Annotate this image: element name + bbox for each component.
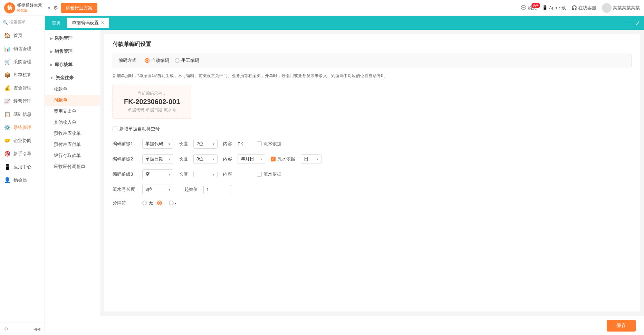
sidebar-item-operations[interactable]: 📈 经营管理: [0, 95, 45, 108]
sidebar-item-system[interactable]: ⚙️ 系统管理: [0, 121, 45, 134]
sidebar-item-appcenter[interactable]: 📱 应用中心: [0, 160, 45, 174]
sidebar-item-basic-info[interactable]: 📋 基础信息: [0, 108, 45, 121]
sub-group-header-capital[interactable]: ▼ 资金往来: [45, 72, 100, 84]
inventory-icon: 📦: [4, 72, 11, 78]
form-row-2: 编码前缀2 单据日期 ▾ 长度 8位 ▾ 内容 年月日 ▾: [113, 154, 632, 164]
appcenter-icon: 📱: [4, 164, 11, 170]
prefix2-select[interactable]: 单据日期 ▾: [142, 154, 173, 164]
prefix1-select[interactable]: 单据代码 ▾: [142, 139, 173, 149]
sales-icon: 📊: [4, 46, 11, 52]
sidebar-settings-icon[interactable]: ⚙: [4, 326, 8, 332]
tab-expand-icon[interactable]: ⤢: [635, 20, 640, 26]
header-right: 💬 消息 99+ 📱 App下载 🎧 在线客服 某某某某某某: [521, 3, 640, 13]
tab-home[interactable]: 首页: [47, 18, 66, 28]
start-value-input[interactable]: 1: [203, 185, 231, 194]
sep-dot2-radio[interactable]: ·: [169, 201, 176, 206]
content-split: ▶ 采购管理 ▶ 销售管理 ▶ 库存核算: [45, 30, 644, 316]
code-preview-value: FK-20230602-001: [124, 98, 180, 106]
prefix3-select[interactable]: 空 ▾: [142, 169, 173, 179]
liushui1-checkbox[interactable]: [257, 141, 262, 146]
header-nav-btns: ▾ ⚙ 体验行业方案: [48, 3, 97, 13]
sub-group-header-inventory[interactable]: ▶ 库存核算: [45, 59, 100, 71]
sidebar-item-guide[interactable]: 🎯 新手引导: [0, 147, 45, 160]
liushui3-check: 流水依据: [257, 171, 281, 177]
liushui3-checkbox[interactable]: [257, 172, 262, 177]
sub-menu-item-receipt[interactable]: 收款单: [45, 84, 100, 95]
header-left: 畅 畅捷通好生意 搭配版 ▾ ⚙ 体验行业方案: [4, 2, 97, 13]
auto-fill-row: 新增单据自动补空号: [113, 126, 632, 132]
tab-minimize-icon[interactable]: —: [627, 20, 633, 26]
online-service-btn[interactable]: 🎧 在线客服: [571, 5, 596, 11]
sidebar-bottom: ⚙ ◀◀: [0, 323, 45, 335]
content1-label: 内容: [223, 141, 232, 147]
sub-group-header-purchase[interactable]: ▶ 采购管理: [45, 32, 100, 44]
serial-length-caret: ▾: [169, 188, 170, 192]
bottom-bar: 保存: [45, 316, 644, 335]
sidebar-item-purchase[interactable]: 🛒 采购管理: [0, 55, 45, 68]
manual-encode-radio[interactable]: 手工编码: [175, 57, 199, 64]
top-header: 畅 畅捷通好生意 搭配版 ▾ ⚙ 体验行业方案 💬 消息 99+ 📱 App下载…: [0, 0, 644, 16]
length2-select[interactable]: 8位 ▾: [193, 154, 218, 164]
sub-menu-item-payment[interactable]: 付款单: [45, 95, 100, 106]
sub-menu-item-prepaid-ar[interactable]: 预收冲应收单: [45, 128, 100, 139]
sidebar-item-member[interactable]: 👤 畅会员: [0, 174, 45, 187]
liushui2-checkbox[interactable]: ✓: [271, 157, 276, 161]
length2-label: 长度: [179, 156, 188, 162]
industry-btn[interactable]: 体验行业方案: [61, 3, 97, 13]
header-settings-btn[interactable]: ⚙: [53, 4, 58, 11]
sub-menu-item-expense[interactable]: 费用支出单: [45, 106, 100, 117]
guide-icon: 🎯: [4, 151, 11, 157]
sep-dot-dot: [157, 201, 162, 205]
serial-length-row: 流水号长度 3位 ▾ 起始值 1: [113, 185, 632, 194]
tab-encode-settings[interactable]: 单据编码设置 ✕: [67, 18, 109, 28]
search-icon: 🔍: [3, 20, 8, 25]
nav-dropdown-btn[interactable]: ▾: [48, 4, 50, 11]
save-button[interactable]: 保存: [607, 320, 636, 332]
message-icon: 💬: [521, 5, 526, 10]
sep-none-radio[interactable]: 无: [142, 200, 153, 206]
arrow-right-icon: ▶: [50, 36, 52, 41]
user-name: 某某某某某某: [613, 5, 640, 11]
sep-dot-radio[interactable]: ·: [157, 201, 165, 206]
length1-label: 长度: [179, 141, 188, 147]
sidebar-item-finance[interactable]: 💰 资金管理: [0, 82, 45, 95]
sub-group-header-sales[interactable]: ▶ 销售管理: [45, 46, 100, 57]
sub-group-capital: ▼ 资金往来 收款单 付款单 费用支出单 其他收入单 预收冲应收单 预付冲应付单…: [45, 72, 100, 172]
search-inner[interactable]: 🔍 搜索菜单: [3, 19, 42, 25]
auto-encode-radio[interactable]: 自动编码: [145, 57, 169, 64]
sub-menu-item-prepaid-ap[interactable]: 预付冲应付单: [45, 139, 100, 150]
serial-length-select[interactable]: 3位 ▾: [142, 185, 173, 194]
sidebar-item-inventory[interactable]: 📦 库存核算: [0, 68, 45, 82]
length1-select[interactable]: 2位 ▾: [193, 139, 218, 149]
code-preview-label: 当前编码示例：: [124, 91, 180, 96]
sidebar-search[interactable]: 🔍 搜索菜单: [0, 16, 45, 29]
sep-radio-group: 无 · ·: [142, 200, 176, 206]
sidebar-item-enterprise[interactable]: 🤝 企业协同: [0, 134, 45, 147]
length2-caret: ▾: [213, 157, 214, 161]
user-avatar-area[interactable]: 某某某某某某: [602, 3, 640, 13]
tab-close-btn[interactable]: ✕: [101, 20, 104, 25]
length3-caret: ▾: [213, 173, 214, 176]
main-panel: 付款单编码设置 编码方式 自动编码 手工编码: [104, 34, 640, 311]
sidebar-item-home[interactable]: 🏠 首页: [0, 29, 45, 42]
sep-none-dot: [142, 201, 147, 205]
sidebar-item-sales[interactable]: 📊 销售管理: [0, 42, 45, 55]
prefix2-caret: ▾: [169, 157, 170, 161]
download-icon: 📱: [542, 5, 548, 10]
length3-select[interactable]: ▾: [193, 171, 218, 178]
manual-encode-dot: [175, 58, 180, 63]
sidebar: 🔍 搜索菜单 🏠 首页 📊 销售管理 🛒 采购管理 📦 库存核算 💰: [0, 16, 45, 335]
messages-btn[interactable]: 💬 消息 99+: [521, 5, 537, 11]
sidebar-collapse-icon[interactable]: ◀◀: [33, 326, 40, 332]
length1-caret: ▾: [213, 142, 214, 146]
sub-menu-item-adjust[interactable]: 应收应付调整单: [45, 161, 100, 172]
auto-fill-checkbox[interactable]: [113, 127, 117, 131]
sub-menu-item-other-income[interactable]: 其他收入单: [45, 117, 100, 128]
encode-mode-label: 编码方式: [118, 57, 136, 64]
content2-select[interactable]: 年月日 ▾: [238, 154, 265, 164]
liushui2-select[interactable]: 日 ▾: [301, 154, 321, 164]
page-title: 付款单编码设置: [113, 41, 632, 48]
app-download-btn[interactable]: 📱 App下载: [542, 5, 566, 11]
length3-label: 长度: [179, 171, 188, 177]
sub-menu-item-bank[interactable]: 银行存取款单: [45, 150, 100, 161]
